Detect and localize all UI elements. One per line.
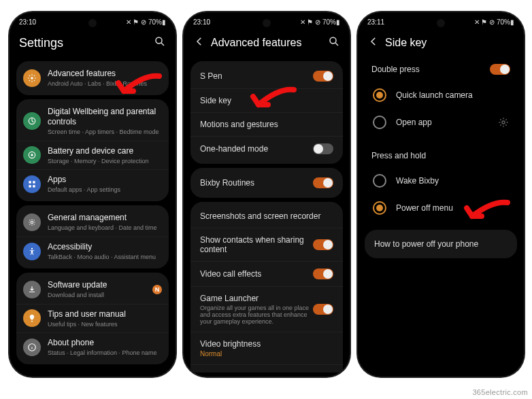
feature-item[interactable]: Video brightnessNormal	[190, 332, 343, 364]
item-title: Apps	[48, 175, 162, 185]
apps-icon	[23, 175, 41, 193]
settings-item[interactable]: About phoneStatus · Legal information · …	[16, 332, 169, 362]
svg-rect-9	[33, 185, 35, 188]
item-title: Battery and device care	[48, 146, 162, 156]
feature-group: S PenSide keyMotions and gesturesOne-han…	[190, 61, 343, 164]
back-icon[interactable]	[193, 35, 205, 50]
svg-point-11	[31, 248, 33, 249]
side-key-options: Double pressQuick launch cameraOpen appP…	[362, 57, 520, 372]
toggle-switch[interactable]	[313, 304, 333, 315]
radio-label: Power off menu	[396, 203, 509, 213]
battery-icon	[23, 146, 41, 164]
toggle-switch[interactable]	[490, 64, 510, 75]
feature-label: Game LauncherOrganize all your games all…	[200, 294, 313, 325]
feature-group: Screenshots and screen recorderShow cont…	[190, 202, 343, 372]
search-icon[interactable]	[154, 35, 166, 50]
help-link[interactable]: How to power off your phone	[365, 230, 517, 258]
radio-label: Quick launch camera	[396, 90, 509, 100]
item-text: AppsDefault apps · App settings	[48, 175, 162, 194]
toggle-switch[interactable]	[313, 71, 333, 82]
radio-option[interactable]: Quick launch camera	[362, 82, 520, 109]
item-subtitle: Download and install	[48, 292, 152, 299]
toggle-switch[interactable]	[313, 268, 333, 279]
about-icon	[23, 339, 41, 356]
feature-group: Bixby Routines	[190, 168, 343, 198]
settings-item[interactable]: Advanced featuresAndroid Auto · Labs · B…	[16, 64, 169, 92]
toggle-switch[interactable]	[313, 177, 333, 188]
feature-label: Motions and gestures	[200, 120, 333, 129]
phone-side-key: 23:11 ✕ ⚑ ⊘ 70%▮ Side key Double pressQu…	[358, 12, 524, 377]
settings-item[interactable]: Tips and user manualUseful tips · New fe…	[16, 304, 169, 333]
feature-item[interactable]: Bixby Routines	[190, 171, 343, 195]
radio-icon	[373, 174, 386, 188]
feature-label: Side key	[200, 96, 333, 105]
item-title: About phone	[48, 338, 162, 348]
settings-item[interactable]: AccessibilityTalkBack · Mono audio · Ass…	[16, 237, 169, 266]
radio-option[interactable]: Open app	[362, 109, 520, 136]
header: Side key	[358, 31, 524, 57]
svg-rect-7	[33, 181, 35, 184]
feature-label: Dual Messenger	[200, 372, 333, 372]
notification-badge: N	[152, 285, 162, 294]
radio-icon	[373, 88, 386, 102]
status-right-icons: ✕ ⚑ ⊘ 70%▮	[300, 18, 340, 26]
settings-list[interactable]: Advanced featuresAndroid Auto · Labs · B…	[14, 57, 171, 372]
item-text: About phoneStatus · Legal information · …	[48, 338, 162, 357]
svg-point-15	[330, 37, 336, 44]
settings-item[interactable]: General managementLanguage and keyboard …	[16, 208, 169, 237]
item-title: Tips and user manual	[48, 309, 162, 319]
phone-settings: 23:10 ✕ ⚑ ⊘ 70%▮ Settings Advanced featu…	[10, 12, 176, 377]
radio-icon	[373, 116, 386, 129]
item-title: General management	[48, 213, 162, 223]
feature-label: Video call effects	[200, 269, 313, 279]
section-header: Press and hold	[362, 144, 520, 167]
radio-option[interactable]: Power off menu	[362, 194, 520, 222]
feature-item[interactable]: One-handed mode	[190, 136, 343, 161]
status-right-icons: ✕ ⚑ ⊘ 70%▮	[126, 18, 166, 26]
settings-item[interactable]: Software updateDownload and installN	[16, 275, 169, 304]
settings-group: Advanced featuresAndroid Auto · Labs · B…	[16, 61, 169, 95]
feature-item[interactable]: S Pen	[190, 64, 343, 88]
item-subtitle: Android Auto · Labs · Bixby Routines	[48, 80, 162, 88]
settings-item[interactable]: AppsDefault apps · App settings	[16, 169, 169, 198]
feature-item[interactable]: Motions and gestures	[190, 112, 343, 136]
toggle-switch[interactable]	[313, 239, 333, 250]
back-icon[interactable]	[367, 35, 380, 50]
feature-label: S Pen	[200, 71, 313, 81]
radio-label: Wake Bixby	[396, 176, 509, 186]
feature-item[interactable]: Dual Messenger	[190, 364, 343, 372]
status-time: 23:10	[19, 18, 36, 26]
toggle-switch[interactable]	[313, 143, 333, 154]
settings-group: General managementLanguage and keyboard …	[16, 205, 169, 268]
svg-point-0	[156, 37, 162, 44]
settings-group: Software updateDownload and installNTips…	[16, 273, 169, 364]
radio-label: Open app	[396, 118, 498, 127]
feature-item[interactable]: Screenshots and screen recorder	[190, 205, 343, 228]
feature-list[interactable]: S PenSide keyMotions and gesturesOne-han…	[188, 57, 346, 372]
svg-rect-8	[29, 185, 31, 188]
feature-item[interactable]: Game LauncherOrganize all your games all…	[190, 286, 343, 332]
gear-icon[interactable]	[498, 117, 509, 128]
tips-icon	[23, 309, 41, 327]
general-icon	[23, 213, 41, 231]
item-title: Accessibility	[48, 242, 162, 252]
item-text: Battery and device careStorage · Memory …	[48, 146, 162, 165]
search-icon[interactable]	[328, 35, 340, 50]
feature-item[interactable]: Side key	[190, 88, 343, 112]
stage: 23:10 ✕ ⚑ ⊘ 70%▮ Settings Advanced featu…	[0, 0, 532, 399]
settings-item[interactable]: Battery and device careStorage · Memory …	[16, 141, 169, 170]
status-time: 23:11	[367, 18, 384, 26]
header: Advanced features	[184, 31, 350, 57]
svg-point-2	[31, 77, 33, 80]
radio-option[interactable]: Wake Bixby	[362, 167, 520, 194]
status-right-icons: ✕ ⚑ ⊘ 70%▮	[474, 18, 514, 26]
update-icon	[23, 281, 41, 298]
item-subtitle: TalkBack · Mono audio · Assistant menu	[48, 254, 162, 261]
settings-item[interactable]: Digital Wellbeing and parental controlsS…	[16, 102, 169, 141]
phone-advanced-features: 23:10 ✕ ⚑ ⊘ 70%▮ Advanced features S Pen…	[184, 12, 350, 377]
feature-item[interactable]: Show contacts when sharing content	[190, 228, 343, 261]
camera-notch	[437, 19, 445, 27]
watermark: 365electric.com	[472, 388, 528, 396]
feature-label: Screenshots and screen recorder	[200, 211, 333, 221]
feature-item[interactable]: Video call effects	[190, 261, 343, 286]
